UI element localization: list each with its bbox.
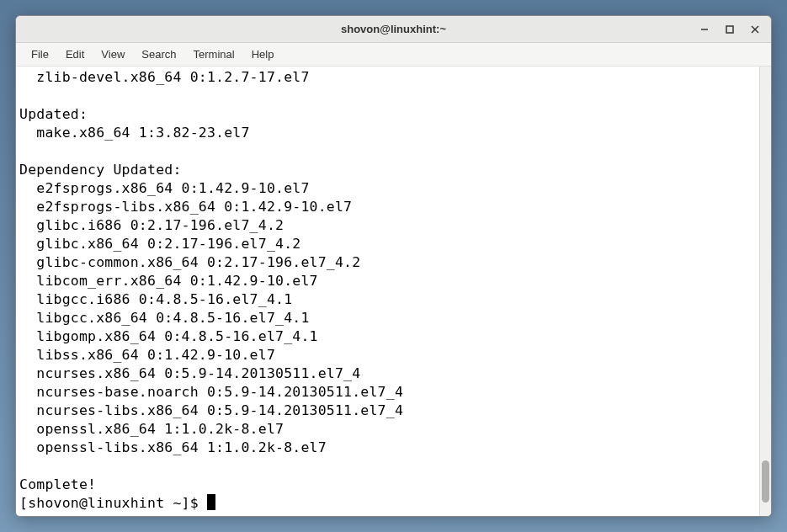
cursor <box>207 494 215 510</box>
close-button[interactable] <box>744 20 766 39</box>
output-line: ncurses-base.noarch 0:5.9-14.20130511.el… <box>19 384 403 400</box>
terminal-content: zlib-devel.x86_64 0:1.2.7-17.el7 Updated… <box>16 66 771 514</box>
output-complete: Complete! <box>19 476 96 492</box>
menu-help[interactable]: Help <box>243 45 283 64</box>
output-line: libgcc.i686 0:4.8.5-16.el7_4.1 <box>19 291 292 307</box>
output-line: glibc.i686 0:2.17-196.el7_4.2 <box>19 217 284 233</box>
minimize-button[interactable] <box>694 20 715 39</box>
svg-rect-1 <box>726 26 733 33</box>
output-section-header: Dependency Updated: <box>19 162 182 178</box>
output-section-header: Updated: <box>19 106 88 122</box>
terminal-area[interactable]: zlib-devel.x86_64 0:1.2.7-17.el7 Updated… <box>16 66 771 516</box>
maximize-button[interactable] <box>719 20 741 39</box>
output-line: make.x86_64 1:3.82-23.el7 <box>19 125 250 141</box>
output-line: ncurses-libs.x86_64 0:5.9-14.20130511.el… <box>19 402 403 418</box>
output-line: e2fsprogs-libs.x86_64 0:1.42.9-10.el7 <box>19 199 352 215</box>
output-line: libcom_err.x86_64 0:1.42.9-10.el7 <box>19 273 318 289</box>
output-line: libgcc.x86_64 0:4.8.5-16.el7_4.1 <box>19 310 310 326</box>
output-line: zlib-devel.x86_64 0:1.2.7-17.el7 <box>19 69 310 85</box>
menu-file[interactable]: File <box>23 45 57 64</box>
menu-terminal[interactable]: Terminal <box>185 45 243 64</box>
window-title: shovon@linuxhint:~ <box>341 23 446 35</box>
scroll-thumb[interactable] <box>762 460 769 503</box>
output-line: e2fsprogs.x86_64 0:1.42.9-10.el7 <box>19 180 310 196</box>
output-line: glibc.x86_64 0:2.17-196.el7_4.2 <box>19 236 300 252</box>
terminal-window: shovon@linuxhint:~ File Edit View Search… <box>15 15 772 517</box>
scrollbar[interactable] <box>759 66 771 516</box>
output-line: libgomp.x86_64 0:4.8.5-16.el7_4.1 <box>19 328 318 344</box>
titlebar: shovon@linuxhint:~ <box>16 16 771 43</box>
menu-edit[interactable]: Edit <box>57 45 93 64</box>
menu-search[interactable]: Search <box>133 45 184 64</box>
output-line: ncurses.x86_64 0:5.9-14.20130511.el7_4 <box>19 365 360 381</box>
menubar: File Edit View Search Terminal Help <box>16 43 771 66</box>
output-line: glibc-common.x86_64 0:2.17-196.el7_4.2 <box>19 254 360 270</box>
menu-view[interactable]: View <box>93 45 133 64</box>
window-controls <box>694 20 766 39</box>
output-line: openssl-libs.x86_64 1:1.0.2k-8.el7 <box>19 439 327 455</box>
output-line: libss.x86_64 0:1.42.9-10.el7 <box>19 347 275 363</box>
shell-prompt: [shovon@linuxhint ~]$ <box>19 495 207 511</box>
output-line: openssl.x86_64 1:1.0.2k-8.el7 <box>19 421 284 437</box>
